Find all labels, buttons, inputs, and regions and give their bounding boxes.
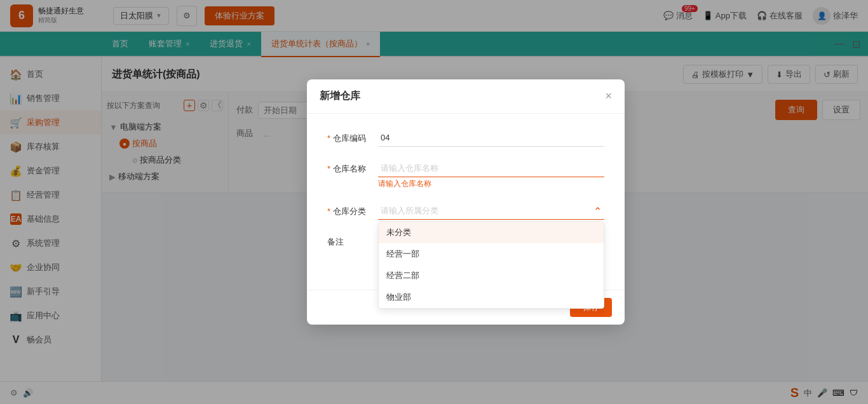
code-label: * 仓库编码 <box>327 129 378 144</box>
required-star: * <box>327 133 330 143</box>
note-label: 备注 <box>327 232 378 248</box>
modal-header: 新增仓库 × <box>307 79 625 114</box>
add-warehouse-modal: 新增仓库 × * 仓库编码 * 仓库名称 请输入仓库名称 <box>307 79 625 325</box>
modal-title: 新增仓库 <box>320 90 360 103</box>
dropdown-item-0[interactable]: 未分类 <box>379 222 604 243</box>
category-dropdown: 未分类 经营一部 经营二部 物业部 <box>378 221 604 309</box>
dropdown-item-1[interactable]: 经营一部 <box>379 243 604 265</box>
form-row-name: * 仓库名称 请输入仓库名称 <box>327 159 604 189</box>
note-label-text: 备注 <box>327 237 344 246</box>
category-label-text: 仓库分类 <box>333 206 366 216</box>
required-star-3: * <box>327 206 330 216</box>
dropdown-item-2[interactable]: 经营二部 <box>379 265 604 286</box>
form-row-category: * 仓库分类 ⌃ 未分类 经营一部 经营二部 物业部 <box>327 202 604 220</box>
name-error-msg: 请输入仓库名称 <box>378 178 604 189</box>
warehouse-code-input[interactable] <box>378 129 604 147</box>
code-input-wrap <box>378 129 604 147</box>
category-input-wrap: ⌃ 未分类 经营一部 经营二部 物业部 <box>378 202 604 220</box>
warehouse-category-input[interactable] <box>378 202 604 220</box>
name-label: * 仓库名称 <box>327 159 378 175</box>
name-input-wrap: 请输入仓库名称 <box>378 159 604 189</box>
form-row-code: * 仓库编码 <box>327 129 604 147</box>
dropdown-item-3[interactable]: 物业部 <box>379 286 604 308</box>
warehouse-name-input[interactable] <box>378 159 604 177</box>
category-chevron-up-icon[interactable]: ⌃ <box>593 205 602 217</box>
code-label-text: 仓库编码 <box>333 133 366 143</box>
required-star-2: * <box>327 164 330 173</box>
modal-close-button[interactable]: × <box>605 90 612 103</box>
name-label-text: 仓库名称 <box>333 164 366 173</box>
category-label: * 仓库分类 <box>327 202 378 217</box>
modal-body: * 仓库编码 * 仓库名称 请输入仓库名称 * 仓库分类 <box>307 114 625 290</box>
